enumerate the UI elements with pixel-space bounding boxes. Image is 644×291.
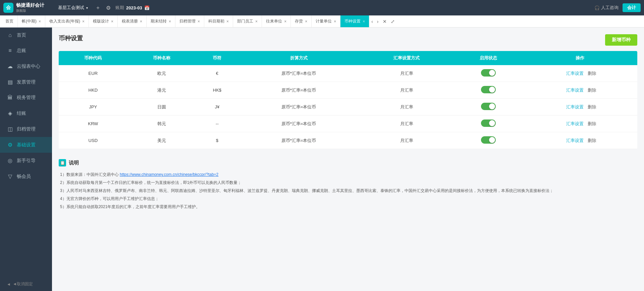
cell-status-0[interactable] — [454, 65, 523, 82]
sidebar-item-reports[interactable]: ☁ 云报表中心 — [0, 58, 52, 74]
cell-actions-1: 汇率设置 删除 — [523, 82, 637, 99]
header-row: 新增币种 币种设置 — [59, 34, 637, 51]
delete-link-4[interactable]: 删除 — [588, 138, 596, 143]
toggle-knob-4 — [489, 137, 495, 143]
home-icon: ⌂ — [7, 32, 13, 38]
logo-icon: 会 — [3, 3, 13, 13]
sidebar-item-settlement[interactable]: ◈ 结账 — [0, 105, 52, 121]
tab-income[interactable]: 收入支出表(年报) × — [45, 15, 89, 28]
settings-button[interactable]: ⚙ — [105, 3, 112, 12]
sidebar-item-guide[interactable]: ◎ 新手引导 — [0, 153, 52, 168]
delete-link-0[interactable]: 删除 — [588, 71, 596, 76]
tab-template[interactable]: 模版设计 × — [89, 15, 118, 28]
tab-dept-label: 部门员工 — [237, 18, 253, 24]
cell-code-1: HKD — [59, 82, 127, 99]
toggle-switch-0[interactable] — [481, 69, 496, 77]
tab-archive-close[interactable]: × — [198, 19, 200, 24]
tab-partner-label: 往来单位 — [266, 18, 282, 24]
add-button[interactable]: ＋ — [94, 3, 102, 13]
rate-settings-link-0[interactable]: 汇率设置 — [566, 71, 584, 76]
sidebar-item-member-label: 畅会员 — [17, 174, 31, 180]
cell-code-3: KRW — [59, 115, 127, 132]
tab-home[interactable]: 首页 — [1, 15, 18, 28]
table-row: JPY 日圆 J¥ 原币*汇率=本位币 月汇率 汇率设置 删除 — [59, 99, 637, 115]
cell-status-4[interactable] — [454, 132, 523, 149]
note-link[interactable]: https://www.chinamoney.com.cn/chinese/bk… — [120, 172, 218, 177]
toggle-switch-4[interactable] — [481, 136, 496, 144]
cell-symbol-3: -- — [196, 115, 238, 132]
account-button[interactable]: 会计 — [623, 3, 641, 12]
org-selector[interactable]: 基层工会测试 ▾ — [55, 3, 91, 12]
tab-zhangqi[interactable]: 帐(中期) × — [18, 15, 45, 28]
tab-subject[interactable]: 科目期初 × — [204, 15, 233, 28]
tab-unit-label: 计量单位 — [316, 18, 332, 24]
calendar-icon[interactable]: 📅 — [144, 5, 150, 10]
delete-link-2[interactable]: 删除 — [588, 104, 596, 109]
cell-status-1[interactable] — [454, 82, 523, 99]
toggle-switch-3[interactable] — [481, 119, 496, 127]
table-row: EUR 欧元 € 原币*汇率=本位币 月汇率 汇率设置 删除 — [59, 65, 637, 82]
tab-tax-close[interactable]: × — [140, 19, 142, 24]
logo-area: 会 畅捷通好会计 旗舰版 — [3, 2, 55, 13]
tab-partner[interactable]: 往来单位 × — [262, 15, 291, 28]
tab-unit[interactable]: 计量单位 × — [312, 15, 340, 28]
sidebar-item-home[interactable]: ⌂ 首页 — [0, 28, 52, 43]
sidebar-item-invoice[interactable]: ▤ 发票管理 — [0, 74, 52, 90]
cell-rate-type-4: 月汇率 — [359, 132, 454, 149]
sidebar-item-general-ledger[interactable]: ≡ 总账 — [0, 43, 52, 58]
cell-symbol-4: $ — [196, 132, 238, 149]
toggle-switch-2[interactable] — [481, 103, 496, 110]
tab-bar: 首页 帐(中期) × 收入支出表(年报) × 模版设计 × 税表清册 × 期末结… — [0, 15, 644, 28]
sidebar-item-archive[interactable]: ◫ 归档管理 — [0, 121, 52, 137]
tab-period-end[interactable]: 期末结转 × — [147, 15, 175, 28]
tab-zhangqi-close[interactable]: × — [39, 19, 41, 24]
cell-status-2[interactable] — [454, 99, 523, 115]
tab-template-close[interactable]: × — [111, 19, 113, 24]
logo-main: 畅捷通好会计 — [16, 2, 44, 8]
tab-income-close[interactable]: × — [82, 19, 85, 24]
tab-dept[interactable]: 部门员工 × — [233, 15, 262, 28]
sidebar-item-settings[interactable]: ⚙ 基础设置 — [0, 137, 52, 153]
tab-tax[interactable]: 税表清册 × — [118, 15, 147, 28]
tab-subject-close[interactable]: × — [226, 19, 229, 24]
table-row: KRW 韩元 -- 原币*汇率=本位币 月汇率 汇率设置 删除 — [59, 115, 637, 132]
tab-period-end-close[interactable]: × — [169, 19, 171, 24]
tab-next-button[interactable]: › — [375, 19, 381, 24]
cell-calc-1: 原币*汇率=本位币 — [238, 82, 359, 99]
tab-currency[interactable]: 币种设置 × — [340, 15, 369, 28]
toggle-switch-1[interactable] — [481, 86, 496, 93]
cell-status-3[interactable] — [454, 115, 523, 132]
service-button[interactable]: 🎧 人工咨询 — [594, 5, 619, 11]
tab-partner-close[interactable]: × — [284, 19, 286, 24]
rate-settings-link-4[interactable]: 汇率设置 — [566, 138, 584, 143]
tab-inventory-close[interactable]: × — [305, 19, 307, 24]
tab-subject-label: 科目期初 — [208, 18, 224, 24]
collapse-button[interactable]: ◄ ◄取消固定 — [0, 277, 52, 291]
col-symbol: 币符 — [196, 51, 238, 65]
tab-dept-close[interactable]: × — [255, 19, 258, 24]
tab-maximize-button[interactable]: ⤢ — [389, 19, 397, 24]
delete-link-3[interactable]: 删除 — [588, 121, 596, 126]
top-bar: 会 畅捷通好会计 旗舰版 基层工会测试 ▾ ＋ ⚙ 账期 2023-03 📅 🎧… — [0, 0, 644, 15]
cell-actions-2: 汇率设置 删除 — [523, 99, 637, 115]
rate-settings-link-2[interactable]: 汇率设置 — [566, 104, 584, 109]
note-title-text: 说明 — [69, 160, 79, 166]
tab-unit-close[interactable]: × — [334, 19, 336, 24]
tab-close-button[interactable]: ✕ — [381, 19, 389, 24]
tab-currency-label: 币种设置 — [344, 18, 361, 24]
sidebar-item-member[interactable]: ▽ 畅会员 — [0, 168, 52, 184]
tab-archive-label: 归档管理 — [179, 18, 196, 24]
tab-currency-close[interactable]: × — [363, 19, 365, 24]
new-currency-button[interactable]: 新增币种 — [605, 34, 637, 46]
tab-archive[interactable]: 归档管理 × — [175, 15, 204, 28]
note-item-3: 3）人民币对马来西亚林吉特、俄罗斯卢布、南非兰特、韩元、阿联酋迪拉姆、沙特里亚尔… — [59, 187, 637, 195]
note-item-1: 1）数据来源：中国外汇交易中心 https://www.chinamoney.c… — [59, 171, 637, 179]
rate-settings-link-1[interactable]: 汇率设置 — [566, 88, 584, 93]
tab-inventory[interactable]: 存货 × — [291, 15, 312, 28]
sidebar-item-tax[interactable]: 🏛 税务管理 — [0, 90, 52, 105]
table-row: HKD 港元 HK$ 原币*汇率=本位币 月汇率 汇率设置 删除 — [59, 82, 637, 99]
rate-settings-link-3[interactable]: 汇率设置 — [566, 121, 584, 126]
delete-link-1[interactable]: 删除 — [588, 88, 596, 93]
note-section: 📋 说明 1）数据来源：中国外汇交易中心 https://www.chinamo… — [59, 159, 637, 211]
tab-prev-button[interactable]: ‹ — [369, 19, 375, 24]
